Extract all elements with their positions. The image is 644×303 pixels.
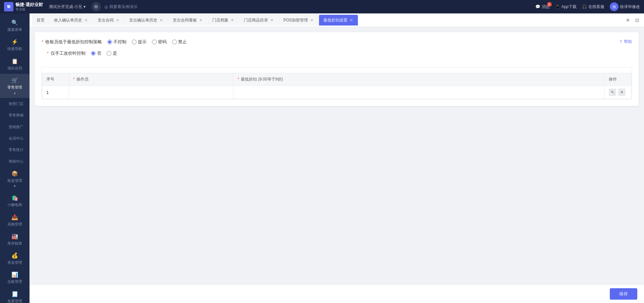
sidebar-item-ecommerce[interactable]: 🛍️ 小畅电商 — [0, 191, 30, 210]
radio-remind[interactable]: 提示 — [132, 39, 147, 45]
settings-icon-btn[interactable]: ⚙ — [92, 2, 101, 11]
circle-icon: ◎ — [104, 4, 108, 9]
sidebar-item-label: 库存核算 — [7, 241, 22, 246]
app-download-item[interactable]: 📱 App下载 — [555, 4, 577, 10]
manual-radio-group: 否 是 — [91, 50, 117, 56]
radio-password-input[interactable] — [152, 40, 157, 44]
content-area: 首页 收入确认单历史 ✕ 支出合同 ✕ 支出确认单历史 ✕ 支出合同看板 ✕ 门… — [30, 13, 644, 303]
radio-manual-yes-input[interactable] — [107, 51, 111, 56]
user-name: 徐泽华修改 — [620, 4, 640, 10]
radio-manual-no-input[interactable] — [91, 51, 96, 56]
tab-store-file[interactable]: 门店档案 ✕ — [208, 15, 239, 26]
sidebar-item-inventory[interactable]: 🏭 库存核算 — [0, 230, 30, 249]
sidebar-item-label: 采购管理 — [7, 222, 22, 226]
sidebar-item-label: 零售商城 — [9, 113, 23, 117]
sidebar-item-label: 零售管理 — [7, 85, 22, 90]
app-download-label: App下载 — [561, 4, 577, 10]
help-link[interactable]: ？ 帮助 — [619, 39, 632, 45]
chevron-down-icon: ▾ — [84, 4, 86, 9]
tab-close-btn[interactable]: ✕ — [624, 16, 632, 24]
sidebar-item-marketing[interactable]: 营销推广 — [0, 121, 30, 133]
radio-forbid[interactable]: 禁止 — [172, 39, 187, 45]
sidebar-item-label: 帮助中心 — [9, 159, 23, 164]
tab-payment-contract[interactable]: 支出合同 ✕ — [93, 15, 124, 26]
cell-seq: 1 — [42, 86, 69, 99]
sidebar-item-smart-store[interactable]: 智营门店 — [0, 98, 30, 109]
delete-row-btn[interactable]: ✕ — [618, 89, 626, 96]
sidebar-item-search[interactable]: 🔍 搜索菜单 — [0, 16, 30, 35]
inbox-icon: 📥 — [11, 214, 18, 220]
tab-controls: ✕ ⊡ — [621, 16, 641, 24]
chart-icon: 📊 — [11, 271, 18, 278]
tab-label: 门店商品目录 — [244, 17, 268, 23]
sidebar-item-label: 项目合同 — [7, 66, 22, 70]
tab-home[interactable]: 首页 — [32, 15, 49, 26]
online-service-item[interactable]: 🎧 在线客服 — [582, 4, 604, 10]
tab-pos-password[interactable]: POS加密管理 ✕ — [279, 15, 318, 26]
sidebar-item-ledger[interactable]: 📊 总账管理 — [0, 268, 30, 287]
edit-row-btn[interactable]: ✎ — [609, 89, 616, 96]
user-item[interactable]: 徐 徐泽华修改 — [610, 2, 640, 11]
online-service-label: 在线客服 — [588, 4, 604, 10]
radio-forbid-input[interactable] — [172, 40, 177, 44]
sidebar-item-invoice[interactable]: 🧾 发票管理 — [0, 288, 30, 303]
tab-close-icon[interactable]: ✕ — [115, 18, 120, 22]
tab-min-discount[interactable]: 最低折扣设置 ✕ — [319, 15, 358, 26]
save-button[interactable]: 保存 — [610, 288, 637, 300]
tab-close-icon[interactable]: ✕ — [309, 18, 314, 22]
clipboard-icon: 📋 — [11, 58, 18, 64]
tab-store-product[interactable]: 门店商品目录 ✕ — [239, 15, 278, 26]
tab-close-icon[interactable]: ✕ — [159, 18, 163, 22]
shopping-icon: 🛍️ — [11, 195, 18, 201]
radio-password-label: 密码 — [158, 39, 167, 45]
receipt-icon: 🧾 — [11, 291, 18, 297]
sidebar-item-label: 营销推广 — [9, 124, 23, 129]
sidebar-item-purchase[interactable]: 📥 采购管理 — [0, 211, 30, 230]
radio-no-control[interactable]: 不控制 — [107, 39, 126, 45]
radio-no-control-input[interactable] — [107, 40, 112, 44]
tab-payment-board[interactable]: 支出合同看板 ✕ — [168, 15, 207, 26]
sidebar-item-retail-stat[interactable]: 零售统计 — [0, 144, 30, 155]
tab-payment-confirm-history[interactable]: 支出确认单历史 ✕ — [125, 15, 168, 26]
discount-table: 序号 * 操作员 * 最低折扣 (9.00等于9折) — [42, 73, 632, 99]
tab-close-icon[interactable]: ✕ — [349, 18, 354, 22]
download-icon: 📱 — [555, 4, 560, 9]
top-bar: 畅 畅捷·通好业财 专业版 测试分开完成·小兄 ▾ ⚙ ◎ 我要看实例演示 💬 … — [0, 0, 644, 13]
tab-close-icon[interactable]: ✕ — [269, 18, 274, 22]
sidebar-item-wholesale[interactable]: 📦 批发管理 ▼ — [0, 167, 30, 191]
settings-card: * 收银员低于最低折扣控制策略 不控制 提示 — [35, 32, 639, 106]
sidebar-item-quicknav[interactable]: ⚡ 快捷导航 — [0, 35, 30, 54]
tab-label: 最低折扣设置 — [323, 17, 347, 23]
radio-manual-yes[interactable]: 是 — [107, 50, 117, 56]
sidebar-item-member[interactable]: 会员中心 — [0, 133, 30, 144]
sidebar-item-project[interactable]: 📋 项目合同 — [0, 55, 30, 74]
sidebar-item-label: 搜索菜单 — [7, 27, 22, 32]
top-bar-left: 畅 畅捷·通好业财 专业版 测试分开完成·小兄 ▾ ⚙ ◎ 我要看实例演示 — [4, 2, 138, 11]
tab-label: 支出合同看板 — [173, 17, 197, 23]
avatar: 徐 — [610, 2, 619, 11]
sidebar-item-label: 会员中心 — [9, 136, 23, 141]
top-bar-right: 💬 消息 8 📱 App下载 🎧 在线客服 徐 徐泽华修改 — [535, 2, 640, 11]
message-item[interactable]: 💬 消息 8 — [535, 4, 550, 10]
table-header: 序号 * 操作员 * 最低折扣 (9.00等于9折) — [42, 73, 632, 86]
tab-income-history[interactable]: 收入确认单历史 ✕ — [50, 15, 93, 26]
chevron-up-icon: ▲ — [13, 91, 16, 95]
tab-expand-btn[interactable]: ⊡ — [633, 16, 641, 24]
radio-manual-no[interactable]: 否 — [91, 50, 101, 56]
sidebar-item-retail[interactable]: 🛒 零售管理 ▲ — [0, 74, 30, 98]
gear-icon: ⚙ — [94, 4, 98, 9]
sidebar-item-label: 快捷导航 — [7, 46, 22, 51]
demo-link[interactable]: ◎ 我要看实例演示 — [104, 4, 138, 10]
project-selector[interactable]: 测试分开完成·小兄 ▾ — [46, 3, 88, 11]
tab-label: 支出合同 — [98, 17, 114, 23]
radio-password[interactable]: 密码 — [152, 39, 167, 45]
lightning-icon: ⚡ — [11, 39, 18, 45]
manual-price-label: * 仅手工改价时控制 — [47, 50, 86, 56]
sidebar-item-finance[interactable]: 💰 资金管理 — [0, 249, 30, 268]
radio-remind-input[interactable] — [132, 40, 137, 44]
sidebar-item-help[interactable]: 帮助中心 — [0, 156, 30, 167]
tab-close-icon[interactable]: ✕ — [198, 18, 203, 22]
tab-close-icon[interactable]: ✕ — [230, 18, 234, 22]
tab-close-icon[interactable]: ✕ — [84, 18, 88, 22]
sidebar-item-retail-mall[interactable]: 零售商城 — [0, 109, 30, 121]
